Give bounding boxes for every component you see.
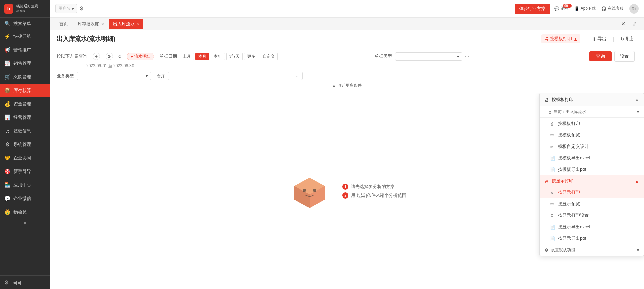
collapse-more-btn[interactable]: ▲ 收起更多条件	[332, 83, 362, 88]
display-print-label: 按显示打印	[558, 189, 580, 195]
date-this-month-btn[interactable]: 本月	[195, 53, 209, 60]
sidebar-item-search[interactable]: 🔍 搜索菜单	[0, 18, 50, 30]
sidebar-item-system[interactable]: ⚙ 系统管理	[0, 138, 50, 151]
sidebar-purchase-label: 采购管理	[13, 74, 31, 80]
app-download-label: App下载	[581, 6, 596, 11]
collapse-sidebar-icon[interactable]: ◀◀	[13, 279, 21, 286]
dropdown-item-template-print[interactable]: 🖨 按模板打印	[540, 118, 644, 129]
sidebar-item-appstore[interactable]: 🏪 应用中心	[0, 178, 50, 192]
display-pdf-icon: 📄	[550, 236, 555, 241]
sidebar-collab-label: 企业协同	[13, 155, 31, 161]
bill-type-more-btn[interactable]: ···	[465, 53, 469, 59]
dropdown-footer[interactable]: ⚙ 设置默认功能 ▾	[540, 244, 644, 256]
tab-expand-btn[interactable]: ⤢	[630, 20, 639, 28]
filter-settings-btn[interactable]: ⚙	[106, 53, 113, 60]
dropdown-current-row[interactable]: 🖨 当前：出入库流水 ▾	[540, 106, 644, 118]
sidebar-shortcut-label: 快捷导航	[13, 33, 31, 40]
settings-btn[interactable]: 设置	[614, 51, 635, 62]
bill-type-selector[interactable]: ▾	[395, 52, 462, 61]
bill-type-chevron: ▾	[457, 54, 459, 59]
header-gear-icon[interactable]: ⚙	[79, 5, 84, 12]
tab-home[interactable]: 首页	[55, 19, 72, 29]
marketing-icon: 📢	[4, 47, 11, 53]
biz-type-selector[interactable]: ▾	[77, 72, 151, 80]
refresh-btn[interactable]: ↻ 刷新	[618, 34, 637, 43]
app-download-btn[interactable]: 📱 App下载	[574, 6, 596, 11]
tab-batch-close[interactable]: ×	[101, 22, 104, 26]
dropdown-item-display-excel[interactable]: 📄 按显示导出excel	[540, 221, 644, 233]
print-template-btn[interactable]: 🖨 按模板打印 ▲	[541, 34, 580, 43]
hint-num-1: 1	[342, 184, 348, 190]
page-header: 出入库流水(流水明细) 🖨 按模板打印 ▲ | ⬆ 导出 | ↻	[50, 30, 644, 47]
dropdown-item-template-preview[interactable]: 👁 按模板预览	[540, 129, 644, 141]
top-header: 用户名 ▾ ⚙ 体验行业方案 💬 消息 99+ 📱 App下载 🎧 在线客服 R…	[50, 0, 644, 18]
header-user-area: 用户名 ▾ ⚙	[55, 4, 510, 13]
sidebar-scroll-down[interactable]: ▼	[0, 219, 50, 228]
date-last-month-btn[interactable]: 上月	[180, 53, 194, 60]
tab-flow[interactable]: 出入库流水 ×	[109, 19, 143, 29]
dropdown-item-display-preview[interactable]: 👁 按显示预览	[540, 198, 644, 210]
action-buttons: 查询 设置	[589, 51, 637, 62]
date-custom-btn[interactable]: 自定义	[260, 53, 278, 60]
warehouse-more-btn[interactable]: ···	[296, 73, 300, 78]
date-this-year-btn[interactable]: 本年	[211, 53, 225, 60]
user-avatar[interactable]: Rit	[629, 4, 639, 14]
notice-btn[interactable]: 💬 消息 99+	[554, 6, 569, 11]
page-title-row: 出入库流水(流水明细) 🖨 按模板打印 ▲ | ⬆ 导出 | ↻	[57, 34, 637, 43]
dropdown-item-template-pdf[interactable]: 📄 按模板导出pdf	[540, 164, 644, 175]
dropdown-item-display-pdf[interactable]: 📄 按显示导出pdf	[540, 233, 644, 244]
sidebar-sales-label: 销售管理	[13, 60, 31, 67]
dropdown-display-section-header[interactable]: 🖨 按显示打印 ▲	[540, 175, 644, 187]
sidebar-item-shortcut[interactable]: ⚡ 快捷导航	[0, 30, 50, 43]
refresh-label: 刷新	[626, 36, 635, 42]
refresh-icon: ↻	[621, 36, 624, 42]
tab-close-all-btn[interactable]: ✕	[619, 20, 627, 28]
sidebar-item-basic[interactable]: 🗂 基础信息	[0, 124, 50, 138]
sidebar-item-finance[interactable]: 💰 资金管理	[0, 97, 50, 111]
online-service-btn[interactable]: 🎧 在线客服	[601, 6, 624, 11]
sidebar-search-label: 搜索菜单	[13, 21, 31, 27]
date-more-btn[interactable]: 更多	[244, 53, 258, 60]
template-pdf-icon: 📄	[550, 167, 555, 172]
filter-tag-icon: ●	[130, 54, 133, 59]
filter-row2: 业务类型 ▾ 仓库 ···	[57, 72, 637, 80]
sidebar-item-marketing[interactable]: 📢 营销推广	[0, 43, 50, 57]
date-7days-btn[interactable]: 近7天	[226, 53, 243, 60]
filter-collapse-left-btn[interactable]: «	[118, 53, 121, 59]
dropdown-item-display-settings[interactable]: ⚙ 按显示打印设置	[540, 210, 644, 221]
dropdown-item-template-design[interactable]: ✏ 模板自定义设计	[540, 141, 644, 152]
trial-btn[interactable]: 体验行业方案	[515, 4, 550, 14]
tab-bar-actions: ✕ ⤢	[619, 20, 639, 28]
sidebar-item-sales[interactable]: 📈 销售管理	[0, 57, 50, 70]
sidebar-item-operation[interactable]: 📊 经营管理	[0, 111, 50, 124]
biz-type-label: 业务类型	[57, 73, 74, 79]
settings-bottom-icon[interactable]: ⚙	[4, 279, 9, 286]
export-btn[interactable]: ⬆ 导出	[590, 34, 609, 43]
sidebar-item-purchase[interactable]: 🛒 采购管理	[0, 70, 50, 84]
basic-icon: 🗂	[4, 128, 11, 134]
dropdown-item-display-print[interactable]: 🖨 按显示打印	[540, 187, 644, 198]
finance-icon: 💰	[4, 101, 11, 107]
empty-hint-1: 1 请先选择要分析的方案	[342, 184, 406, 190]
user-selector[interactable]: 用户名 ▾	[55, 4, 77, 13]
sidebar-item-guide[interactable]: 🎯 新手引导	[0, 165, 50, 178]
dropdown-title: 按模板打印	[552, 97, 574, 103]
member-icon: 👑	[4, 209, 11, 215]
sidebar-item-wechat[interactable]: 💬 企业微信	[0, 192, 50, 205]
template-preview-label: 按模板预览	[558, 132, 580, 138]
display-excel-label: 按显示导出excel	[558, 224, 590, 230]
dropdown-item-template-excel[interactable]: 📄 按模板导出excel	[540, 152, 644, 164]
sidebar-item-member[interactable]: 👑 畅会员	[0, 205, 50, 219]
sidebar-item-collab[interactable]: 🤝 企业协同	[0, 151, 50, 165]
search-icon: 🔍	[4, 20, 11, 27]
tab-batch[interactable]: 库存批次账 ×	[74, 19, 108, 29]
query-btn[interactable]: 查询	[589, 51, 612, 61]
warehouse-selector[interactable]: ···	[168, 72, 303, 80]
tab-flow-close[interactable]: ×	[137, 22, 139, 26]
sidebar-item-inventory[interactable]: 📦 库存核算	[0, 84, 50, 97]
dropdown-current-chevron: ▾	[637, 110, 639, 114]
dropdown-header[interactable]: 🖨 按模板打印 ▲	[540, 93, 644, 106]
dropdown-current-icon: 🖨	[548, 110, 552, 114]
online-service-label: 在线客服	[608, 6, 624, 11]
filter-add-btn[interactable]: +	[93, 53, 100, 60]
